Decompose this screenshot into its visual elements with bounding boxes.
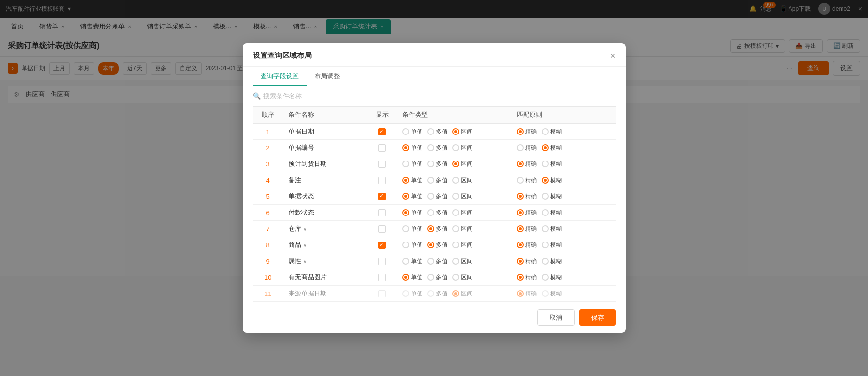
rule-exact-option[interactable]: 精确 [517, 225, 537, 233]
rule-exact-radio[interactable] [517, 225, 524, 232]
rule-exact-radio[interactable] [517, 258, 524, 265]
type-single-radio[interactable] [402, 144, 409, 151]
type-multi-radio[interactable] [427, 128, 434, 135]
type-single-option[interactable]: 单值 [402, 273, 422, 277]
rule-fuzzy-radio[interactable] [542, 177, 549, 184]
type-single-option[interactable]: 单值 [402, 128, 422, 136]
type-single-radio[interactable] [402, 177, 409, 184]
type-multi-option[interactable]: 多值 [427, 257, 447, 266]
type-range-option[interactable]: 区间 [452, 241, 473, 249]
type-range-radio[interactable] [452, 128, 459, 135]
type-multi-radio[interactable] [427, 258, 434, 265]
type-single-option[interactable]: 单值 [402, 257, 422, 266]
expand-arrow-icon[interactable]: ∨ [303, 259, 307, 264]
type-multi-radio[interactable] [427, 274, 434, 276]
cell-display[interactable] [367, 188, 397, 205]
type-range-radio[interactable] [452, 209, 459, 216]
type-multi-option[interactable]: 多值 [427, 241, 447, 249]
rule-fuzzy-radio[interactable] [542, 242, 549, 248]
type-multi-option[interactable]: 多值 [427, 209, 447, 217]
type-multi-option[interactable]: 多值 [427, 128, 447, 136]
rule-fuzzy-option[interactable]: 模糊 [542, 160, 562, 168]
type-range-option[interactable]: 区间 [452, 225, 473, 233]
type-range-option[interactable]: 区间 [452, 176, 473, 185]
display-checkbox[interactable] [378, 242, 386, 249]
type-multi-option[interactable]: 多值 [427, 160, 447, 168]
type-range-option[interactable]: 区间 [452, 273, 473, 277]
cell-display[interactable] [367, 156, 397, 172]
modal-close-button[interactable]: × [610, 52, 616, 60]
rule-fuzzy-radio[interactable] [542, 193, 549, 200]
expand-arrow-icon[interactable]: ∨ [303, 242, 307, 248]
display-checkbox[interactable] [378, 177, 386, 184]
type-range-option[interactable]: 区间 [452, 192, 473, 201]
rule-exact-radio[interactable] [517, 209, 524, 216]
rule-exact-option[interactable]: 精确 [517, 241, 537, 249]
type-single-option[interactable]: 单值 [402, 160, 422, 168]
rule-fuzzy-option[interactable]: 模糊 [542, 176, 562, 185]
type-range-radio[interactable] [452, 144, 459, 151]
type-range-option[interactable]: 区间 [452, 160, 473, 168]
type-range-option[interactable]: 区间 [452, 257, 473, 266]
type-multi-option[interactable]: 多值 [427, 192, 447, 201]
search-input[interactable] [263, 92, 352, 100]
type-range-radio[interactable] [452, 242, 459, 248]
display-checkbox[interactable] [378, 193, 386, 200]
type-multi-radio[interactable] [427, 242, 434, 248]
type-single-radio[interactable] [402, 225, 409, 232]
rule-fuzzy-radio[interactable] [542, 258, 549, 265]
type-single-radio[interactable] [402, 258, 409, 265]
rule-fuzzy-option[interactable]: 模糊 [542, 209, 562, 217]
type-multi-radio[interactable] [427, 161, 434, 167]
type-single-radio[interactable] [402, 128, 409, 135]
rule-exact-radio[interactable] [517, 177, 524, 184]
rule-fuzzy-option[interactable]: 模糊 [542, 241, 562, 249]
rule-fuzzy-radio[interactable] [542, 274, 549, 276]
rule-fuzzy-option[interactable]: 模糊 [542, 225, 562, 233]
type-range-radio[interactable] [452, 225, 459, 232]
rule-fuzzy-radio[interactable] [542, 209, 549, 216]
cell-display[interactable] [367, 124, 397, 140]
rule-exact-radio[interactable] [517, 274, 524, 276]
type-range-option[interactable]: 区间 [452, 144, 473, 152]
type-multi-option[interactable]: 多值 [427, 273, 447, 277]
type-single-option[interactable]: 单值 [402, 144, 422, 152]
rule-exact-radio[interactable] [517, 161, 524, 167]
modal-tab-layout[interactable]: 布局调整 [307, 67, 348, 86]
rule-exact-radio[interactable] [517, 144, 524, 151]
modal-tab-query-fields[interactable]: 查询字段设置 [253, 67, 307, 86]
rule-exact-option[interactable]: 精确 [517, 144, 537, 152]
rule-fuzzy-option[interactable]: 模糊 [542, 273, 562, 277]
display-checkbox[interactable] [378, 225, 386, 233]
display-checkbox[interactable] [378, 209, 386, 216]
type-multi-radio[interactable] [427, 225, 434, 232]
rule-fuzzy-radio[interactable] [542, 128, 549, 135]
display-checkbox[interactable] [378, 128, 386, 135]
cell-display[interactable] [367, 205, 397, 221]
type-single-radio[interactable] [402, 161, 409, 167]
expand-arrow-icon[interactable]: ∨ [303, 226, 307, 232]
rule-exact-radio[interactable] [517, 242, 524, 248]
cell-display[interactable] [367, 237, 397, 253]
type-multi-radio[interactable] [427, 177, 434, 184]
rule-exact-option[interactable]: 精确 [517, 160, 537, 168]
type-single-radio[interactable] [402, 193, 409, 200]
rule-exact-radio[interactable] [517, 193, 524, 200]
rule-exact-option[interactable]: 精确 [517, 176, 537, 185]
display-checkbox[interactable] [378, 274, 386, 276]
rule-fuzzy-option[interactable]: 模糊 [542, 144, 562, 152]
type-multi-radio[interactable] [427, 193, 434, 200]
rule-fuzzy-option[interactable]: 模糊 [542, 128, 562, 136]
rule-exact-option[interactable]: 精确 [517, 273, 537, 277]
type-single-radio[interactable] [402, 242, 409, 248]
display-checkbox[interactable] [378, 258, 386, 265]
rule-fuzzy-radio[interactable] [542, 161, 549, 167]
type-multi-radio[interactable] [427, 209, 434, 216]
type-single-radio[interactable] [402, 274, 409, 276]
rule-exact-option[interactable]: 精确 [517, 192, 537, 201]
type-range-option[interactable]: 区间 [452, 128, 473, 136]
type-range-radio[interactable] [452, 193, 459, 200]
rule-fuzzy-radio[interactable] [542, 225, 549, 232]
type-multi-option[interactable]: 多值 [427, 176, 447, 185]
rule-fuzzy-option[interactable]: 模糊 [542, 257, 562, 266]
